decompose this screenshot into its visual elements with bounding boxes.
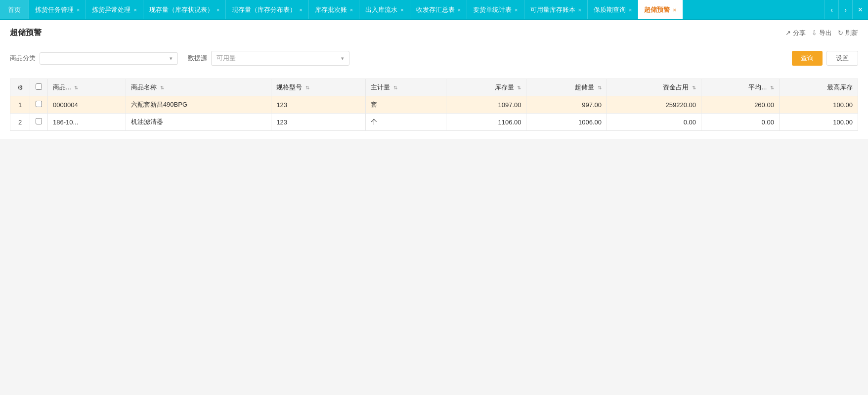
cell-spec-0: 123: [271, 96, 366, 114]
col-label-unit: 主计量: [371, 83, 390, 91]
nav-close-in-out[interactable]: ×: [400, 7, 403, 13]
nav-item-req-stats[interactable]: 要货单统计表 ×: [467, 0, 524, 19]
nav-item-abnormal[interactable]: 拣货异常处理 ×: [86, 0, 143, 19]
sort-icon-capital: ⇅: [692, 85, 696, 90]
datasource-filter: 数据源 可用量 ▾: [188, 51, 349, 66]
col-header-product-code[interactable]: 商品... ⇅: [48, 79, 126, 96]
refresh-button[interactable]: ↻ 刷新: [838, 29, 858, 38]
nav-close-req-stats[interactable]: ×: [515, 7, 518, 13]
nav-close-task-mgmt[interactable]: ×: [77, 7, 80, 13]
col-label-overstock: 超储量: [575, 83, 594, 91]
refresh-label: 刷新: [845, 29, 858, 38]
nav-item-task-mgmt[interactable]: 拣货任务管理 ×: [29, 0, 86, 19]
table-header-row: ⚙ 商品... ⇅ 商品名称 ⇅ 规格型号 ⇅: [10, 79, 858, 96]
col-label-stock: 库存量: [495, 83, 514, 91]
row-checkbox-1[interactable]: [36, 118, 42, 124]
col-header-unit[interactable]: 主计量 ⇅: [366, 79, 446, 96]
nav-item-inventory-dist[interactable]: 现存量（库存分布表） ×: [226, 0, 308, 19]
nav-next-button[interactable]: ›: [838, 0, 852, 20]
cell-index-1: 2: [10, 114, 30, 131]
cell-capital-1: 0.00: [607, 114, 701, 131]
export-button[interactable]: ⇩ 导出: [812, 29, 832, 38]
table-row: 1 0000004 六配套新昌490BPG 123 套 1097.00 997.…: [10, 96, 858, 114]
cell-stock-1: 1106.00: [446, 114, 526, 131]
nav-close-collect[interactable]: ×: [458, 7, 461, 13]
share-button[interactable]: ↗ 分享: [785, 29, 806, 38]
nav-item-inventory-status[interactable]: 现存量（库存状况表） ×: [143, 0, 226, 19]
nav-item-avail-acct[interactable]: 可用量库存账本 ×: [524, 0, 588, 19]
col-label-max-stock: 最高库存: [827, 83, 853, 91]
col-header-checkbox[interactable]: [30, 79, 48, 96]
nav-close-overstock[interactable]: ×: [673, 7, 676, 13]
cell-unit-0: 套: [366, 96, 446, 114]
category-chevron-icon: ▾: [170, 55, 173, 62]
col-header-capital[interactable]: 资金占用 ⇅: [607, 79, 701, 96]
nav-abnormal-label: 拣货异常处理: [92, 5, 130, 14]
nav-close-expiry[interactable]: ×: [629, 7, 632, 13]
sort-icon-product-code: ⇅: [74, 85, 78, 90]
category-label: 商品分类: [10, 54, 36, 63]
settings-button[interactable]: 设置: [826, 51, 858, 66]
col-label-avg: 平均...: [748, 83, 767, 91]
col-label-product-code: 商品...: [53, 83, 71, 91]
nav-close-inventory-dist[interactable]: ×: [299, 7, 302, 13]
col-header-product-name[interactable]: 商品名称 ⇅: [126, 79, 271, 96]
cell-avg-1: 0.00: [701, 114, 780, 131]
category-select[interactable]: ▾: [40, 52, 178, 65]
row-checkbox-0[interactable]: [36, 101, 42, 107]
nav-close-batch[interactable]: ×: [350, 7, 353, 13]
col-header-overstock[interactable]: 超储量 ⇅: [526, 79, 607, 96]
sort-icon-avg: ⇅: [770, 85, 774, 90]
select-all-checkbox[interactable]: [36, 83, 42, 90]
nav-task-mgmt-label: 拣货任务管理: [35, 5, 74, 14]
nav-close-avail-acct[interactable]: ×: [578, 7, 581, 13]
nav-inventory-dist-label: 现存量（库存分布表）: [232, 5, 296, 14]
main-content: 超储预警 ↗ 分享 ⇩ 导出 ↻ 刷新 商品分类 ▾ 数据源: [0, 20, 868, 139]
nav-item-overstock[interactable]: 超储预警 ×: [638, 0, 682, 19]
col-label-spec: 规格型号: [276, 83, 302, 91]
sort-icon-unit: ⇅: [393, 85, 397, 90]
page-title: 超储预警: [10, 28, 42, 38]
cell-index-0: 1: [10, 96, 30, 114]
cell-max-stock-1: 100.00: [779, 114, 858, 131]
nav-arrows: ‹ › ×: [825, 0, 868, 20]
datasource-chevron-icon: ▾: [341, 55, 344, 62]
nav-item-expiry[interactable]: 保质期查询 ×: [588, 0, 638, 19]
nav-close-abnormal[interactable]: ×: [133, 7, 136, 13]
nav-item-collect[interactable]: 收发存汇总表 ×: [410, 0, 467, 19]
col-header-max-stock[interactable]: 最高库存: [779, 79, 858, 96]
datasource-label: 数据源: [188, 54, 207, 63]
nav-item-in-out[interactable]: 出入库流水 ×: [359, 0, 410, 19]
nav-close-all-button[interactable]: ×: [852, 0, 868, 20]
query-button[interactable]: 查询: [792, 51, 823, 66]
cell-product-name-1: 机油滤清器: [126, 114, 271, 131]
col-header-avg[interactable]: 平均... ⇅: [701, 79, 780, 96]
nav-item-home[interactable]: 首页: [0, 0, 29, 19]
nav-close-inventory-status[interactable]: ×: [217, 7, 219, 13]
filter-bar: 商品分类 ▾ 数据源 可用量 ▾ 查询 设置: [10, 46, 858, 71]
sort-icon-spec: ⇅: [305, 85, 309, 90]
col-label-product-name: 商品名称: [131, 83, 157, 91]
nav-prev-button[interactable]: ‹: [825, 0, 838, 20]
refresh-icon: ↻: [838, 29, 843, 37]
header-actions: ↗ 分享 ⇩ 导出 ↻ 刷新: [785, 29, 858, 38]
cell-checkbox-1[interactable]: [30, 114, 48, 131]
col-header-stock[interactable]: 库存量 ⇅: [446, 79, 526, 96]
cell-spec-1: 123: [271, 114, 366, 131]
category-filter: 商品分类 ▾: [10, 52, 178, 65]
cell-overstock-1: 1006.00: [526, 114, 607, 131]
export-icon: ⇩: [812, 29, 817, 37]
cell-max-stock-0: 100.00: [779, 96, 858, 114]
nav-item-batch[interactable]: 库存批次账 ×: [309, 0, 359, 19]
datasource-select[interactable]: 可用量 ▾: [211, 51, 349, 66]
col-header-spec[interactable]: 规格型号 ⇅: [271, 79, 366, 96]
cell-capital-0: 259220.00: [607, 96, 701, 114]
nav-expiry-label: 保质期查询: [594, 5, 626, 14]
nav-batch-label: 库存批次账: [315, 5, 347, 14]
cell-checkbox-0[interactable]: [30, 96, 48, 114]
nav-overstock-label: 超储预警: [644, 5, 670, 14]
sort-icon-overstock: ⇅: [598, 85, 602, 90]
table-row: 2 186-10... 机油滤清器 123 个 1106.00 1006.00 …: [10, 114, 858, 131]
cell-product-code-1: 186-10...: [48, 114, 126, 131]
col-header-settings[interactable]: ⚙: [10, 79, 30, 96]
